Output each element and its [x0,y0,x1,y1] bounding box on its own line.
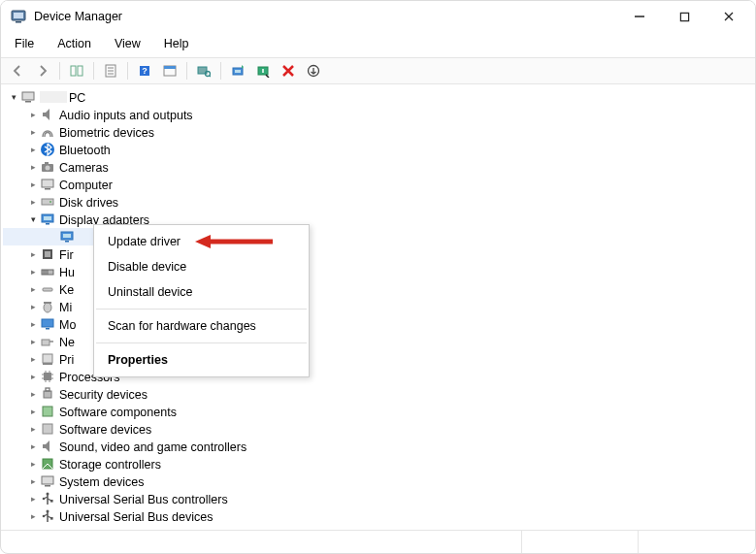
chevron-right-icon[interactable]: ▸ [26,494,40,504]
tree-category[interactable]: ▸Software devices [3,420,755,438]
category-label: Biometric devices [59,125,154,140]
ctx-properties[interactable]: Properties [94,347,309,373]
chevron-right-icon[interactable]: ▸ [26,179,40,189]
tree-category[interactable]: ▸Cameras [3,158,755,176]
svg-point-33 [49,201,51,203]
uninstall-device-button[interactable] [278,61,299,81]
category-icon [40,421,55,437]
menu-action[interactable]: Action [53,34,95,53]
tree-category[interactable]: ▸Audio inputs and outputs [3,106,755,123]
menu-file[interactable]: File [11,34,38,53]
toolbar: ? [1,58,755,84]
disable-device-button[interactable] [252,61,274,81]
tree-category[interactable]: ▸Universal Serial Bus devices [3,507,755,525]
titlebar: Device Manager [1,1,755,32]
category-icon [40,439,55,454]
svg-rect-68 [42,476,53,484]
svg-rect-29 [45,162,49,164]
chevron-right-icon[interactable]: ▸ [26,145,40,154]
ctx-separator [96,342,307,343]
svg-rect-2 [16,21,21,23]
chevron-right-icon[interactable]: ▸ [26,110,40,119]
tree-root[interactable]: ▾ PC [3,88,755,106]
svg-line-19 [210,76,211,77]
category-label: Fir [59,247,74,262]
svg-rect-4 [680,13,688,20]
ctx-uninstall-device[interactable]: Uninstall device [94,279,309,305]
category-label: Storage controllers [59,457,161,472]
chevron-right-icon[interactable]: ▸ [26,511,40,521]
action-button[interactable] [159,61,181,81]
menu-help[interactable]: Help [160,34,193,53]
chevron-right-icon[interactable]: ▸ [26,459,40,469]
svg-rect-1 [14,13,23,18]
svg-rect-16 [164,66,176,69]
svg-rect-53 [43,363,52,365]
tree-category[interactable]: ▸Bluetooth [3,141,755,158]
category-label: Disk drives [59,195,118,210]
tree-category[interactable]: ▸Computer [3,176,755,193]
annotation-arrow [195,234,273,249]
display-adapter-icon [59,229,75,244]
category-icon [40,281,55,297]
category-label: Mo [59,317,76,332]
tree-category[interactable]: ▸Software components [3,403,755,420]
chevron-right-icon[interactable]: ▸ [26,127,40,137]
category-label: System devices [59,474,145,489]
svg-rect-25 [25,101,31,103]
chevron-right-icon[interactable]: ▸ [26,197,40,207]
minimize-button[interactable] [617,2,662,31]
tree-category[interactable]: ▸Storage controllers [3,455,755,473]
svg-rect-39 [65,241,69,243]
tree-category[interactable]: ▸System devices [3,473,755,490]
chevron-right-icon[interactable]: ▸ [26,302,40,311]
chevron-right-icon[interactable]: ▸ [26,267,40,277]
add-legacy-button[interactable] [303,61,324,81]
back-button[interactable] [7,61,28,81]
scan-hardware-button[interactable] [193,61,214,81]
maximize-button[interactable] [662,2,707,31]
tree-category[interactable]: ▸Universal Serial Bus controllers [3,490,755,507]
chevron-right-icon[interactable]: ▸ [26,354,40,364]
app-icon [11,9,26,24]
chevron-right-icon[interactable]: ▸ [26,372,40,381]
chevron-right-icon[interactable]: ▸ [26,424,40,434]
category-icon [40,351,55,367]
chevron-right-icon[interactable]: ▸ [26,476,40,486]
chevron-right-icon[interactable]: ▸ [26,162,40,172]
show-hide-console-button[interactable] [66,61,87,81]
chevron-right-icon[interactable]: ▸ [26,319,40,329]
svg-rect-30 [42,179,53,187]
svg-rect-65 [43,407,52,416]
chevron-down-icon[interactable]: ▾ [26,214,40,224]
ctx-disable-device[interactable]: Disable device [94,254,309,279]
help-button[interactable]: ? [134,61,155,81]
ctx-scan-hardware[interactable]: Scan for hardware changes [94,313,309,339]
category-label: Ke [59,282,74,297]
svg-text:?: ? [142,66,148,76]
category-label: Universal Serial Bus controllers [59,492,228,506]
chevron-right-icon[interactable]: ▸ [26,337,40,346]
category-icon [40,316,55,332]
menu-view[interactable]: View [111,34,145,53]
chevron-right-icon[interactable]: ▸ [26,389,40,399]
category-label: Pri [59,352,74,367]
chevron-right-icon[interactable]: ▸ [26,284,40,294]
chevron-right-icon[interactable]: ▸ [26,407,40,416]
chevron-down-icon[interactable]: ▾ [7,92,20,102]
svg-rect-49 [42,319,53,327]
properties-button[interactable] [100,61,121,81]
update-driver-button[interactable] [227,61,248,81]
window-title: Device Manager [34,10,122,23]
root-label: PC [69,90,85,105]
tree-category[interactable]: ▸Biometric devices [3,123,755,141]
category-icon [40,264,55,279]
forward-button[interactable] [32,61,53,81]
close-button[interactable] [707,2,751,31]
chevron-right-icon[interactable]: ▸ [26,441,40,451]
chevron-right-icon[interactable]: ▸ [26,249,40,259]
tree-category[interactable]: ▸Security devices [3,385,755,403]
category-icon [40,124,55,140]
tree-category[interactable]: ▸Disk drives [3,193,755,211]
tree-category[interactable]: ▸Sound, video and game controllers [3,438,755,455]
